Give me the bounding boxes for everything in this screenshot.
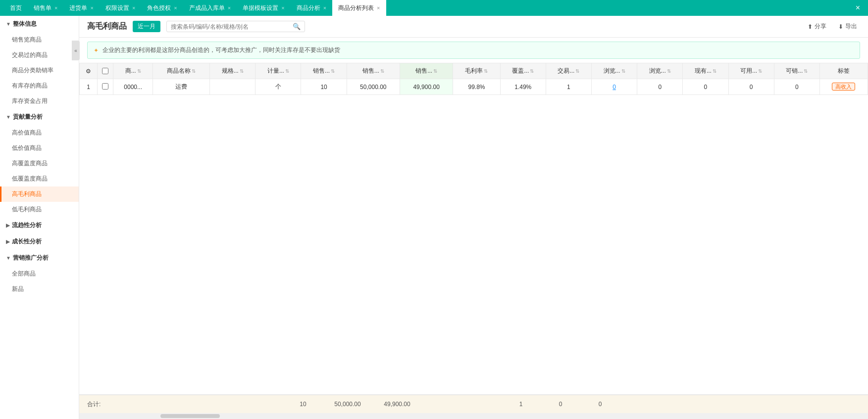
search-input[interactable] [171, 23, 293, 30]
export-button[interactable]: ⬇ 导出 [835, 21, 860, 32]
sidebar-group-marketing[interactable]: ▼ 营销推广分析 [0, 250, 79, 266]
sidebar-item-traded[interactable]: 交易过的商品 [0, 47, 79, 63]
nav-sales-order[interactable]: 销售单 × [28, 0, 63, 16]
share-button[interactable]: ⬆ 分享 [805, 21, 829, 32]
cell-coverage: 1.49% [500, 79, 546, 95]
sidebar-item-in-stock[interactable]: 有库存的商品 [0, 78, 79, 93]
close-icon[interactable]: × [228, 5, 231, 11]
tag-badge: 高收入 [832, 83, 855, 91]
sidebar-item-low-coverage[interactable]: 低覆盖度商品 [0, 171, 79, 186]
col-stock2[interactable]: 可用...⇅ [728, 63, 774, 79]
sidebar-item-new-products[interactable]: 新品 [0, 281, 79, 297]
cell-index: 1 [80, 79, 98, 95]
close-icon[interactable]: × [281, 5, 284, 11]
arrow-down-icon: ▼ [6, 255, 11, 261]
sidebar-item-sales-top[interactable]: 销售览商品 [0, 32, 79, 47]
sort-icon: ⇅ [713, 68, 716, 74]
content-header: 高毛利商品 近一月 🔍 ⬆ 分享 ⬇ 导出 [79, 16, 868, 38]
select-all-checkbox[interactable] [102, 68, 108, 74]
sort-icon: ⇅ [331, 68, 335, 74]
total-label: 合计: [87, 400, 117, 409]
sort-icon: ⇅ [433, 68, 437, 74]
col-sales2[interactable]: 销售...⇅ [347, 63, 400, 79]
cell-checkbox[interactable] [98, 79, 113, 95]
col-coverage[interactable]: 覆盖...⇅ [500, 63, 546, 79]
share-icon: ⬆ [808, 23, 813, 30]
main-layout: ▼ 整体信息 销售览商品 交易过的商品 商品分类助销率 有库存的商品 库存资金占… [0, 16, 868, 419]
sort-icon: ⇅ [621, 68, 625, 74]
nav-product-analysis[interactable]: 商品分析 × [291, 0, 332, 16]
footer-coverage [461, 401, 501, 408]
search-icon[interactable]: 🔍 [293, 23, 301, 30]
col-browse2[interactable]: 浏览...⇅ [637, 63, 683, 79]
nav-role-auth[interactable]: 角色授权 × [141, 0, 183, 16]
header-actions: ⬆ 分享 ⬇ 导出 [805, 21, 860, 32]
sidebar-item-low-margin[interactable]: 低毛利商品 [0, 202, 79, 217]
nav-permission-settings[interactable]: 权限设置 × [100, 0, 141, 16]
arrow-down-icon: ▼ [6, 21, 11, 27]
close-icon[interactable]: × [132, 5, 135, 11]
col-settings[interactable]: ⚙ [80, 63, 98, 79]
horizontal-scrollbar[interactable] [79, 413, 868, 419]
col-sales3[interactable]: 销售...⇅ [400, 63, 453, 79]
arrow-right-icon: ▶ [6, 223, 10, 228]
col-transactions[interactable]: 交易...⇅ [546, 63, 591, 79]
cell-browse1[interactable]: 0 [592, 79, 637, 95]
col-sales1[interactable]: 销售...⇅ [301, 63, 347, 79]
sidebar: ▼ 整体信息 销售览商品 交易过的商品 商品分类助销率 有库存的商品 库存资金占… [0, 16, 79, 419]
nav-template-settings[interactable]: 单据模板设置 × [237, 0, 290, 16]
sidebar-group-trend[interactable]: ▶ 流趋性分析 [0, 217, 79, 233]
close-icon[interactable]: × [54, 5, 57, 11]
data-table: ⚙ 商...⇅ 商品名称⇅ 规格...⇅ [79, 63, 868, 95]
window-close-button[interactable]: × [852, 3, 864, 12]
col-browse1[interactable]: 浏览...⇅ [592, 63, 637, 79]
table-row: 1 0000... 运费 个 10 50,000.00 49,900.00 99… [80, 79, 868, 95]
sort-icon: ⇅ [667, 68, 671, 74]
sidebar-item-high-value[interactable]: 高价值商品 [0, 125, 79, 140]
sidebar-wrapper: ▼ 整体信息 销售览商品 交易过的商品 商品分类助销率 有库存的商品 库存资金占… [0, 16, 79, 419]
col-gross-rate[interactable]: 毛利率⇅ [453, 63, 500, 79]
footer-sales3: 49,900.00 [372, 401, 422, 408]
close-icon[interactable]: × [377, 5, 380, 11]
arrow-right-icon: ▶ [6, 239, 10, 244]
sidebar-group-contribution[interactable]: ▼ 贡献量分析 [0, 109, 79, 125]
nav-purchase-order[interactable]: 进货单 × [63, 0, 99, 16]
sidebar-item-all-products[interactable]: 全部商品 [0, 266, 79, 281]
sort-icon: ⇅ [758, 68, 762, 74]
sidebar-item-category-sales[interactable]: 商品分类助销率 [0, 63, 79, 78]
col-stock3[interactable]: 可销...⇅ [774, 63, 819, 79]
nav-home[interactable]: 首页 [4, 0, 28, 16]
sidebar-item-high-margin[interactable]: 高毛利商品 [0, 186, 79, 202]
row-checkbox[interactable] [102, 83, 108, 90]
top-navigation: 首页 销售单 × 进货单 × 权限设置 × 角色授权 × 产成品入库单 × 单据… [0, 0, 868, 16]
sidebar-item-capital[interactable]: 库存资金占用 [0, 93, 79, 109]
nav-product-inbound[interactable]: 产成品入库单 × [183, 0, 237, 16]
col-checkbox[interactable] [98, 63, 113, 79]
footer-sales1: 10 [283, 401, 323, 408]
sort-icon: ⇅ [484, 68, 488, 74]
cell-sales1: 10 [301, 79, 347, 95]
sidebar-item-high-coverage[interactable]: 高覆盖度商品 [0, 156, 79, 171]
col-name[interactable]: 商品名称⇅ [153, 63, 210, 79]
close-icon[interactable]: × [323, 5, 326, 11]
col-stock1[interactable]: 现有...⇅ [683, 63, 728, 79]
search-box: 🔍 [166, 21, 305, 32]
info-banner: ✦ 企业的主要的利润都是这部分商品创造的，可考虑加大推广，同时关注库存是不要出现… [87, 42, 860, 59]
close-icon[interactable]: × [90, 5, 93, 11]
cell-sales2: 50,000.00 [347, 79, 400, 95]
col-unit[interactable]: 计量...⇅ [255, 63, 301, 79]
sidebar-item-low-value[interactable]: 低价值商品 [0, 140, 79, 156]
period-button[interactable]: 近一月 [133, 21, 160, 32]
sidebar-group-overall[interactable]: ▼ 整体信息 [0, 16, 79, 32]
scrollbar-thumb[interactable] [160, 414, 220, 418]
close-icon[interactable]: × [174, 5, 177, 11]
col-code[interactable]: 商...⇅ [113, 63, 153, 79]
col-spec[interactable]: 规格...⇅ [210, 63, 255, 79]
nav-product-analysis-list[interactable]: 商品分析列表 × [332, 0, 386, 16]
col-tag[interactable]: 标签 [819, 63, 868, 79]
sidebar-collapse-button[interactable]: « [72, 41, 80, 60]
sidebar-group-growth[interactable]: ▶ 成长性分析 [0, 233, 79, 250]
table-container[interactable]: ⚙ 商...⇅ 商品名称⇅ 规格...⇅ [79, 63, 868, 394]
sort-icon: ⇅ [137, 68, 141, 74]
export-icon: ⬇ [838, 23, 843, 30]
